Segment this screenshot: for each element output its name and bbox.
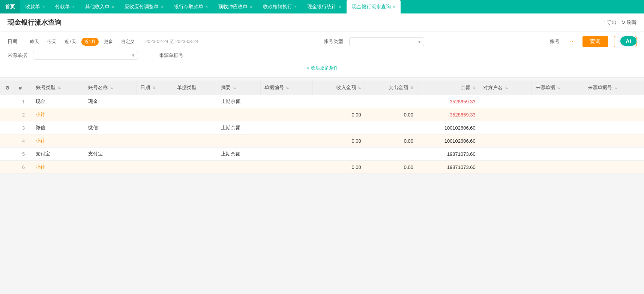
row-expense [365, 148, 417, 161]
nav-bank-deposit[interactable]: 银行存取款单 × [169, 0, 213, 13]
source-doc-select[interactable]: ▾ [33, 51, 138, 60]
row-counterpart [479, 161, 531, 174]
nav-other-income-close[interactable]: × [112, 4, 114, 9]
nav-cash-flow-close[interactable]: × [393, 4, 395, 9]
refresh-label: 刷新 [627, 19, 636, 26]
row-income: 0.00 [313, 134, 365, 148]
date-label: 日期 [8, 38, 21, 45]
row-settings [0, 134, 15, 148]
row-doc-num [260, 95, 312, 108]
row-source-doc [531, 134, 584, 148]
col-source-doc-num[interactable]: 来源单据号 ⇅ [584, 81, 644, 95]
nav-cash-stats[interactable]: 现金银行统计 × [302, 0, 346, 13]
date-opt-7days[interactable]: 近7天 [62, 38, 79, 46]
date-opt-1month[interactable]: 近1月 [81, 38, 99, 46]
export-button[interactable]: ↑ 导出 [603, 19, 617, 26]
col-counterpart-label: 对方户名 [483, 85, 503, 90]
col-date[interactable]: 日期 ⇅ [137, 81, 173, 95]
col-summary[interactable]: 摘要 ⇅ [217, 81, 261, 95]
export-label: 导出 [607, 19, 617, 26]
source-doc-label: 来源单据 [8, 52, 27, 59]
col-counterpart[interactable]: 对方户名 ⇅ [479, 81, 531, 95]
account-dots-button[interactable]: ··· [569, 38, 576, 45]
nav-collection[interactable]: 收款核销执行 × [258, 0, 302, 13]
row-index: 4 [15, 134, 32, 148]
row-date [137, 108, 173, 121]
nav-cash-stats-close[interactable]: × [339, 4, 341, 9]
col-account-type[interactable]: 账号类型 ⇅ [32, 81, 84, 95]
ai-badge[interactable]: Ai [620, 36, 636, 46]
nav-collection-close[interactable]: × [294, 4, 297, 9]
row-summary [217, 108, 261, 121]
col-doc-num-label: 单据编号 [264, 85, 284, 90]
sort-summary-icon: ⇅ [233, 86, 236, 90]
row-source-doc-num [584, 161, 644, 174]
row-source-doc [531, 148, 584, 161]
col-income[interactable]: 收入金额 ⇅ [313, 81, 365, 95]
sort-doc-num-icon: ⇅ [286, 86, 289, 90]
row-account-name [84, 108, 137, 121]
col-doc-type-label: 单据类型 [177, 85, 197, 90]
row-doc-num [260, 161, 312, 174]
source-doc-num-input[interactable] [189, 52, 302, 59]
nav-ar-ap-adj-close[interactable]: × [161, 4, 163, 9]
row-doc-num [260, 134, 312, 148]
col-account-name[interactable]: 账号名称 ⇅ [84, 81, 137, 95]
row-expense: 0.00 [365, 108, 417, 121]
date-opt-more[interactable]: 更多 [101, 38, 116, 46]
row-summary [217, 134, 261, 148]
date-opt-yesterday[interactable]: 昨天 [27, 38, 42, 46]
sort-counterpart-icon: ⇅ [505, 86, 508, 90]
col-source-doc[interactable]: 来源单据 ⇅ [531, 81, 584, 95]
col-settings[interactable]: ⚙ [0, 81, 15, 95]
date-opt-custom[interactable]: 自定义 [118, 38, 138, 46]
sort-account-type-icon: ⇅ [58, 86, 61, 90]
nav-ar-ap-adj[interactable]: 应收应付调整单 × [119, 0, 168, 13]
row-account-name [84, 134, 137, 148]
nav-advance[interactable]: 预收冲应收单 × [213, 0, 257, 13]
filter-row-2: 来源单据 ▾ 来源单据号 [8, 51, 636, 60]
nav-advance-close[interactable]: × [250, 4, 252, 9]
account-type-select[interactable]: ▾ [349, 37, 424, 46]
refresh-button[interactable]: ↻ 刷新 [621, 19, 636, 26]
row-account-type: 小计 [32, 108, 84, 121]
date-range-display: 2023-02-24 至 2023-03-24 [145, 39, 198, 45]
row-source-doc-num [584, 95, 644, 108]
account-label: 账号 [550, 38, 563, 45]
table-row: 6 小计 0.00 0.00 19871073.60 [0, 161, 644, 174]
nav-other-income[interactable]: 其他收入单 × [80, 0, 119, 13]
row-doc-num [260, 108, 312, 121]
row-counterpart [479, 134, 531, 148]
col-expense[interactable]: 支出金额 ⇅ [365, 81, 417, 95]
nav-payments-label: 付款单 [55, 3, 70, 10]
row-counterpart [479, 108, 531, 121]
row-date [137, 95, 173, 108]
sort-source-doc-num-icon: ⇅ [614, 86, 617, 90]
page-header: 现金银行流水查询 ↑ 导出 ↻ 刷新 [0, 13, 644, 31]
row-income: 0.00 [313, 161, 365, 174]
query-button[interactable]: 查询 [582, 36, 608, 47]
nav-payments[interactable]: 付款单 × [50, 0, 80, 13]
nav-home-label: 首页 [5, 3, 15, 10]
nav-bank-deposit-label: 银行存取款单 [174, 3, 203, 10]
nav-bank-deposit-close[interactable]: × [206, 4, 208, 9]
nav-cash-flow[interactable]: 现金银行流水查询 × [347, 0, 401, 13]
nav-receipts[interactable]: 收款单 × [20, 0, 50, 13]
nav-receipts-close[interactable]: × [42, 4, 45, 9]
collapse-bar[interactable]: ∧ 收起更多条件 [8, 63, 636, 74]
col-doc-num[interactable]: 单据编号 ⇅ [260, 81, 312, 95]
nav-home[interactable]: 首页 [0, 0, 20, 13]
row-doc-num [260, 121, 312, 134]
row-source-doc [531, 95, 584, 108]
settings-icon[interactable]: ⚙ [5, 85, 10, 91]
nav-advance-label: 预收冲应收单 [218, 3, 248, 10]
row-summary: 上期余额 [217, 148, 261, 161]
col-balance-label: 余额 [461, 85, 470, 90]
col-balance[interactable]: 余额 ⇅ [417, 81, 479, 95]
row-source-doc-num [584, 108, 644, 121]
row-income [313, 148, 365, 161]
date-opt-today[interactable]: 今天 [44, 38, 59, 46]
row-account-name: 现金 [84, 95, 137, 108]
nav-payments-close[interactable]: × [72, 4, 74, 9]
row-source-doc-num [584, 134, 644, 148]
